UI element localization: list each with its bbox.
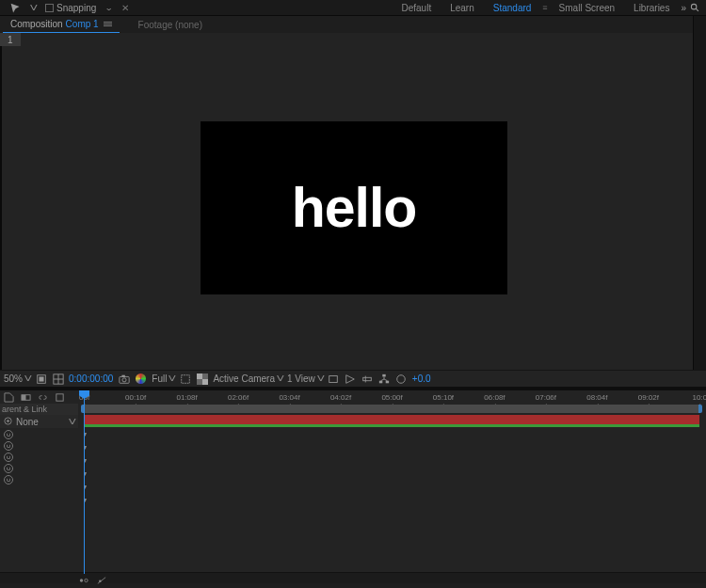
chevron-down-icon: ᐯ (277, 374, 283, 383)
svg-rect-10 (182, 374, 190, 383)
playhead[interactable] (84, 390, 85, 574)
chevron-down-icon: ᐯ (24, 374, 31, 383)
work-area-bar[interactable] (84, 405, 699, 413)
svg-rect-26 (56, 393, 63, 400)
timeline-ruler-area[interactable]: 00f00:10f01:08f02:06f03:04f04:02f05:00f0… (78, 390, 706, 415)
search-help-icon[interactable] (690, 3, 700, 13)
panel-menu-icon[interactable] (104, 22, 112, 26)
footage-tab-label: Footage (none) (138, 20, 202, 30)
tool-icon[interactable] (9, 2, 22, 14)
parent-none-label: None (16, 417, 39, 427)
layer-bar[interactable] (84, 415, 699, 424)
svg-point-23 (397, 374, 406, 383)
timeline-footer (0, 572, 706, 583)
svg-rect-3 (39, 376, 43, 381)
svg-rect-14 (329, 375, 338, 382)
property-pickwhip-icon[interactable] (4, 464, 13, 473)
zoom-dropdown[interactable]: 50% ᐯ (4, 373, 30, 384)
composition-panel-tabs: Composition Comp 1 Footage (none) (0, 16, 706, 33)
text-layer-content: hello (292, 176, 417, 240)
ruler-tick: 00:10f (125, 393, 146, 402)
property-pickwhip-icon[interactable] (4, 453, 13, 462)
ruler-tick: 09:02f (638, 393, 659, 402)
tab-composition[interactable]: Composition Comp 1 (3, 16, 120, 33)
workspace-small-screen[interactable]: Small Screen (552, 2, 622, 14)
workspace-standard[interactable]: Standard (486, 2, 539, 14)
viewer-footer-bar: 50% ᐯ 0:00:00:00 Full ᐯ Active Camera ᐯ … (0, 370, 706, 387)
workspace-learn[interactable]: Learn (442, 2, 482, 14)
resolution-down-icon[interactable] (35, 373, 47, 385)
composition-nav-tabs: 1 (0, 33, 706, 46)
time-ruler[interactable]: 00f00:10f01:08f02:06f03:04f04:02f05:00f0… (78, 393, 706, 405)
exposure-value[interactable]: +0.0 (412, 373, 431, 384)
svg-point-8 (122, 377, 126, 381)
view-count-dropdown[interactable]: 1 View ᐯ (287, 373, 323, 384)
snapping-chevron[interactable]: ⌄ (104, 4, 114, 12)
active-camera-dropdown[interactable]: Active Camera ᐯ (213, 373, 282, 384)
workspace-overflow-icon[interactable]: » (681, 3, 686, 13)
timeline-panel: arent & Link 00f00:10f01:08f02:06f03:04f… (0, 390, 706, 583)
pickwhip-icon[interactable] (4, 417, 12, 427)
shy-column-icon[interactable] (21, 392, 31, 403)
svg-point-28 (7, 420, 9, 422)
property-pickwhip-icon[interactable] (4, 441, 13, 451)
ruler-tick: 03:04f (279, 393, 299, 402)
channel-icon[interactable] (135, 373, 147, 385)
svg-rect-17 (383, 373, 386, 376)
label-column-icon[interactable] (4, 392, 14, 403)
grid-guides-icon[interactable] (52, 373, 64, 385)
composition-tab-label: Composition (10, 19, 63, 29)
snapping-toggle[interactable]: Snapping (45, 3, 96, 13)
reset-exposure-icon[interactable] (395, 373, 408, 385)
ruler-tick: 05:00f (381, 393, 402, 402)
workspace-switcher: Default Learn Standard ≡ Small Screen Li… (393, 2, 706, 14)
region-of-interest-icon[interactable] (179, 373, 191, 385)
workspace-menu-chevron-icon[interactable]: ≡ (542, 3, 547, 12)
svg-point-30 (84, 579, 87, 581)
fast-previews-icon[interactable] (345, 373, 357, 385)
render-column-icon[interactable] (55, 392, 65, 403)
svg-line-21 (381, 379, 384, 381)
ruler-tick: 02:06f (228, 393, 249, 402)
tool-chevron[interactable]: ᐯ (30, 4, 37, 12)
chevron-down-icon: ᐯ (69, 418, 75, 426)
snapshot-icon[interactable] (118, 373, 130, 385)
property-pickwhip-icon[interactable] (4, 475, 13, 485)
composition-canvas: hello (201, 121, 507, 294)
transparency-grid-icon[interactable] (196, 373, 208, 385)
comp-nav-tab-1[interactable]: 1 (0, 33, 21, 46)
toggle-switches-icon[interactable] (77, 574, 89, 586)
zoom-slider-icon[interactable] (95, 574, 107, 586)
svg-rect-18 (379, 380, 382, 383)
svg-rect-15 (363, 377, 372, 380)
parent-link-column-header: arent & Link (0, 404, 78, 415)
layer-track[interactable] (78, 415, 706, 428)
ruler-tick: 04:02f (330, 393, 351, 402)
snapping-close-icon[interactable]: ✕ (121, 3, 129, 13)
svg-rect-25 (22, 394, 26, 400)
tab-footage[interactable]: Footage (none) (131, 17, 210, 33)
link-column-icon[interactable] (38, 392, 48, 403)
composition-tab-name: Comp 1 (66, 19, 99, 29)
current-time[interactable]: 0:00:00:00 (69, 373, 113, 384)
svg-rect-13 (202, 379, 208, 385)
layer-bar-in-out[interactable] (84, 424, 699, 427)
ruler-tick: 07:06f (536, 393, 556, 402)
timeline-tracks[interactable] (78, 415, 706, 572)
snapping-label: Snapping (56, 3, 96, 13)
svg-rect-19 (386, 380, 389, 383)
composition-viewer[interactable]: hello (0, 46, 706, 370)
comp-flowchart-icon[interactable] (378, 373, 391, 385)
ruler-tick: 10:0 (693, 393, 706, 402)
pixel-aspect-icon[interactable] (328, 373, 340, 385)
workspace-default[interactable]: Default (393, 2, 439, 14)
parent-none-dropdown[interactable]: None ᐯ (0, 415, 78, 428)
resolution-dropdown[interactable]: Full ᐯ (152, 373, 174, 384)
svg-point-29 (79, 579, 82, 581)
right-panel-strip (693, 16, 706, 370)
property-pickwhip-icon[interactable] (4, 430, 13, 439)
ruler-tick: 05:10f (433, 393, 454, 402)
timeline-sync-icon[interactable] (361, 373, 374, 385)
workspace-libraries[interactable]: Libraries (626, 2, 677, 14)
svg-rect-9 (121, 374, 124, 376)
